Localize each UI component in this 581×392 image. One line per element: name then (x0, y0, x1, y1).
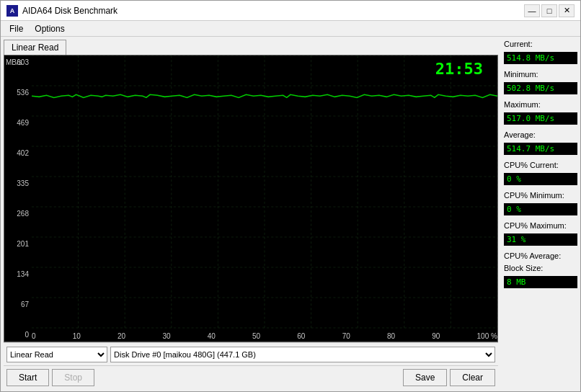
menu-options[interactable]: Options (29, 22, 70, 35)
clear-button[interactable]: Clear (450, 369, 495, 386)
stat-minimum-value: 502.8 MB/s (504, 82, 577, 94)
y-label-536: 536 (6, 89, 30, 97)
bottom-toolbar: Linear Read Disk Drive #0 [maikou 480G] … (4, 342, 498, 365)
stat-minimum-label: Minimum: (504, 70, 577, 79)
y-axis: 603 536 469 402 335 268 201 134 67 0 (4, 55, 32, 342)
x-axis: 0 10 20 30 40 50 60 70 80 90 100 % (32, 329, 497, 342)
title-bar: A AIDA64 Disk Benchmark — □ ✕ (1, 1, 580, 21)
content-area: Linear Read MB/s 21:53 603 536 469 402 3… (1, 37, 580, 391)
y-label-335: 335 (6, 179, 30, 187)
close-button[interactable]: ✕ (559, 4, 575, 17)
x-label-90: 90 (432, 332, 440, 340)
y-label-268: 268 (6, 210, 30, 218)
x-label-20: 20 (117, 332, 125, 340)
y-label-67: 67 (6, 300, 30, 308)
stat-block-size-value: 8 MB (504, 276, 577, 288)
stat-current-label: Current: (504, 40, 577, 48)
menu-file[interactable]: File (4, 22, 29, 35)
minimize-button[interactable]: — (524, 4, 540, 17)
y-label-603: 603 (6, 58, 30, 66)
stop-button[interactable]: Stop (52, 369, 94, 386)
x-label-0: 0 (32, 332, 36, 340)
stat-block-size-label: Block Size: (504, 264, 577, 272)
stat-cpu-average-label: CPU% Average: (504, 251, 577, 260)
stat-cpu-minimum-value: 0 % (504, 203, 577, 215)
stat-cpu-current-value: 0 % (504, 173, 577, 185)
stat-cpu-current-label: CPU% Current: (504, 161, 577, 169)
chart-svg (32, 55, 497, 329)
y-label-134: 134 (6, 270, 30, 278)
stat-maximum-value: 517.0 MB/s (504, 112, 577, 125)
drive-dropdown[interactable]: Disk Drive #0 [maikou 480G] (447.1 GB) (110, 347, 495, 362)
chart-tab[interactable]: Linear Read (4, 40, 66, 55)
y-label-402: 402 (6, 149, 30, 157)
stat-cpu-maximum-label: CPU% Maximum: (504, 221, 577, 230)
y-label-0: 0 (6, 331, 30, 339)
save-button[interactable]: Save (403, 369, 447, 386)
app-window: A AIDA64 Disk Benchmark — □ ✕ File Optio… (0, 0, 581, 392)
y-label-201: 201 (6, 240, 30, 248)
x-label-30: 30 (162, 332, 170, 340)
main-panel: Linear Read MB/s 21:53 603 536 469 402 3… (1, 37, 501, 391)
menu-bar: File Options (1, 21, 580, 37)
x-label-10: 10 (73, 332, 81, 340)
stat-maximum-label: Maximum: (504, 100, 577, 109)
y-label-469: 469 (6, 119, 30, 127)
maximize-button[interactable]: □ (541, 4, 557, 17)
chart-container: MB/s 21:53 603 536 469 402 335 268 201 1… (4, 55, 498, 342)
x-label-40: 40 (208, 332, 216, 340)
title-controls: — □ ✕ (524, 4, 575, 17)
chart-plot (32, 55, 497, 329)
chart-inner: MB/s 21:53 603 536 469 402 335 268 201 1… (4, 55, 497, 342)
x-label-50: 50 (252, 332, 260, 340)
stat-cpu-maximum-value: 31 % (504, 233, 577, 246)
x-label-100: 100 % (477, 332, 497, 340)
stat-cpu-minimum-label: CPU% Minimum: (504, 191, 577, 200)
stat-average-label: Average: (504, 130, 577, 139)
title-bar-left: A AIDA64 Disk Benchmark (6, 5, 117, 17)
start-button[interactable]: Start (6, 369, 49, 386)
x-label-60: 60 (297, 332, 305, 340)
sidebar: Current: 514.8 MB/s Minimum: 502.8 MB/s … (501, 37, 580, 391)
x-label-70: 70 (342, 332, 350, 340)
app-icon: A (6, 5, 18, 17)
window-title: AIDA64 Disk Benchmark (22, 6, 117, 16)
action-bar: Start Stop Save Clear (4, 365, 498, 388)
stat-average-value: 514.7 MB/s (504, 143, 577, 155)
test-type-dropdown[interactable]: Linear Read (6, 347, 107, 362)
stat-current-value: 514.8 MB/s (504, 52, 577, 64)
x-label-80: 80 (387, 332, 395, 340)
